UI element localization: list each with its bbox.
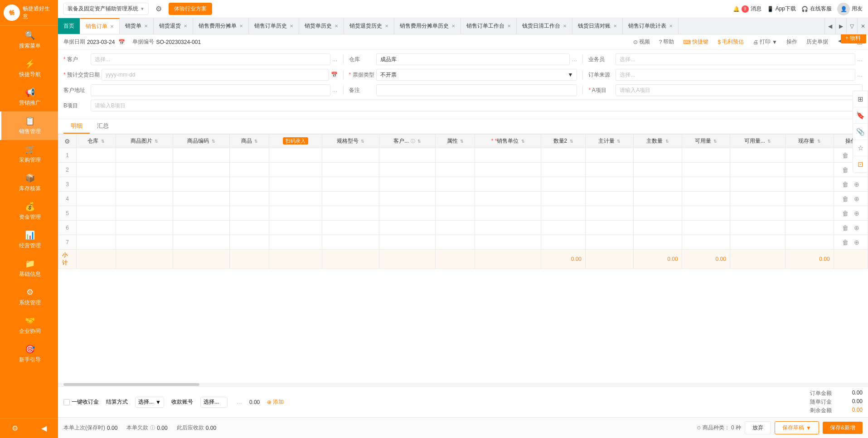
td-scan-5[interactable] — [269, 206, 322, 221]
receipt-account-select[interactable]: 选择... — [200, 397, 228, 408]
tab-close-4[interactable]: ✕ — [239, 24, 243, 29]
td-current-3[interactable] — [786, 177, 834, 192]
td-main_unit-4[interactable] — [585, 192, 633, 206]
td-customer_code-6[interactable] — [379, 221, 435, 235]
td-goods-3[interactable] — [230, 177, 269, 192]
td-available-6[interactable] — [682, 221, 730, 235]
td-spec-4[interactable] — [322, 192, 379, 206]
td-scan-4[interactable] — [269, 192, 322, 206]
right-icon-2[interactable]: 🔖 — [853, 107, 868, 124]
current-amount-info-icon[interactable]: ⓘ — [150, 424, 155, 431]
sidebar-item-10[interactable]: 🤝 企业协同 — [0, 311, 58, 340]
td-unit-3[interactable] — [475, 177, 541, 192]
sidebar-item-11[interactable]: 🎯 新手引导 — [0, 340, 58, 368]
sort-icon-available[interactable]: ⇅ — [713, 139, 717, 144]
right-icon-5[interactable]: ⊡ — [853, 156, 868, 173]
sort-icon-current[interactable]: ⇅ — [817, 139, 821, 144]
td-attr-7[interactable] — [436, 235, 475, 250]
tab-prev-icon[interactable]: ◀ — [824, 18, 835, 34]
a-project-input[interactable]: 请输入A项目 — [616, 84, 863, 96]
remark-input[interactable] — [376, 84, 577, 96]
td-main_unit-7[interactable] — [585, 235, 633, 250]
td-qty2-6[interactable] — [541, 221, 586, 235]
td-goods-7[interactable] — [230, 235, 269, 250]
td-customer_code-7[interactable] — [379, 235, 435, 250]
form-tab-1[interactable]: 汇总 — [90, 119, 116, 134]
td-spec-2[interactable] — [322, 163, 379, 177]
td-main_unit-1[interactable] — [585, 148, 633, 163]
sort-icon-warehouse[interactable]: ⇅ — [101, 139, 105, 144]
td-unit-7[interactable] — [475, 235, 541, 250]
td-current-5[interactable] — [786, 206, 834, 221]
sidebar-item-1[interactable]: ⚡ 快捷导航 — [0, 54, 58, 83]
td-available2-3[interactable] — [730, 177, 785, 192]
td-customer_code-5[interactable] — [379, 206, 435, 221]
td-scan-1[interactable] — [269, 148, 322, 163]
sort-icon-qty2[interactable]: ⇅ — [570, 139, 573, 144]
td-available-5[interactable] — [682, 206, 730, 221]
td-warehouse-1[interactable] — [77, 148, 116, 163]
right-icon-3[interactable]: 📎 — [853, 124, 868, 140]
sidebar-item-9[interactable]: ⚙ 系统管理 — [0, 283, 58, 311]
td-scan-6[interactable] — [269, 221, 322, 235]
td-attr-2[interactable] — [436, 163, 475, 177]
td-unit-4[interactable] — [475, 192, 541, 206]
salesman-more-icon[interactable]: … — [857, 56, 863, 63]
tab-12[interactable]: 销售订单统计表✕ — [623, 18, 679, 34]
sidebar-item-6[interactable]: 💰 资金管理 — [0, 197, 58, 226]
warehouse-input[interactable]: 成品库 — [376, 53, 570, 65]
delete-icon-1[interactable]: 🗑 — [840, 150, 850, 161]
sort-icon-goods[interactable]: ⇅ — [254, 139, 258, 144]
one-click-checkout-checkbox[interactable]: 一键收订金 — [63, 398, 99, 406]
address-input[interactable] — [91, 84, 330, 96]
tab-3[interactable]: 销货退货✕ — [154, 18, 193, 34]
tab-0[interactable]: 首页 — [58, 18, 80, 34]
td-unit-5[interactable] — [475, 206, 541, 221]
tab-2[interactable]: 销货单✕ — [120, 18, 154, 34]
sort-icon-main_unit[interactable]: ⇅ — [617, 139, 621, 144]
delete-icon-7[interactable]: 🗑 — [840, 237, 850, 248]
sort-icon-main_qty[interactable]: ⇅ — [665, 139, 669, 144]
sort-icon-attr[interactable]: ⇅ — [460, 139, 464, 144]
delete-icon-6[interactable]: 🗑 — [840, 222, 850, 233]
scroll-thumb[interactable] — [63, 383, 199, 386]
th-settings[interactable]: ⚙ — [58, 135, 77, 148]
td-customer_code-3[interactable] — [379, 177, 435, 192]
tab-8[interactable]: 销售费用分摊单历史✕ — [394, 18, 461, 34]
td-attr-6[interactable] — [436, 221, 475, 235]
td-warehouse-4[interactable] — [77, 192, 116, 206]
delete-icon-2[interactable]: 🗑 — [840, 164, 850, 175]
copy-icon-6[interactable]: ⊕ — [852, 222, 861, 233]
view-video-btn[interactable]: ⊙ 视频 — [630, 37, 653, 47]
td-spec-1[interactable] — [322, 148, 379, 163]
tab-expand-icon[interactable]: ▽ — [846, 18, 857, 34]
td-code-5[interactable] — [173, 206, 230, 221]
td-available-4[interactable] — [682, 192, 730, 206]
td-main_qty-5[interactable] — [634, 206, 682, 221]
delivery-date-input[interactable]: yyyy-mm-dd — [102, 69, 329, 81]
form-tab-0[interactable]: 明细 — [63, 119, 90, 134]
td-attr-5[interactable] — [436, 206, 475, 221]
td-qty2-5[interactable] — [541, 206, 586, 221]
td-spec-5[interactable] — [322, 206, 379, 221]
td-attr-4[interactable] — [436, 192, 475, 206]
copy-icon-7[interactable]: ⊕ — [852, 237, 861, 248]
td-current-6[interactable] — [786, 221, 834, 235]
td-code-7[interactable] — [173, 235, 230, 250]
sidebar-item-0[interactable]: 🔍 搜索菜单 — [0, 26, 58, 54]
notification-bell[interactable]: 🔔 9 消息 — [733, 5, 761, 13]
td-qty2-7[interactable] — [541, 235, 586, 250]
print-btn[interactable]: 🖨 打印 ▼ — [750, 37, 780, 47]
order-source-input[interactable]: 选择... — [616, 69, 855, 81]
sidebar-settings-icon[interactable]: ⚙ — [10, 422, 20, 434]
sidebar-item-3[interactable]: 📋 销售管理 — [0, 111, 58, 140]
td-goods-2[interactable] — [230, 163, 269, 177]
tab-close-6[interactable]: ✕ — [335, 24, 338, 29]
th-scan[interactable]: 扫码录入 — [269, 135, 322, 148]
tab-close-9[interactable]: ✕ — [507, 24, 511, 29]
copy-icon-3[interactable]: ⊕ — [852, 179, 861, 190]
td-qty2-4[interactable] — [541, 192, 586, 206]
profit-btn[interactable]: $ 毛利预估 — [715, 37, 747, 47]
warehouse-more-icon[interactable]: … — [572, 56, 577, 63]
tab-1[interactable]: 销售订单✕ — [80, 18, 120, 34]
